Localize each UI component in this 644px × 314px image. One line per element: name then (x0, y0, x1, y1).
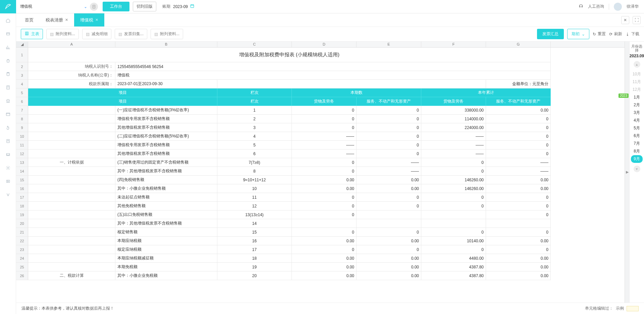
cell-current-goods[interactable]: 0 (292, 123, 357, 132)
tab-vat[interactable]: 增值税✕ (74, 13, 104, 26)
cell-current-services[interactable]: 0.00 (357, 237, 421, 245)
invoice-summary-button[interactable]: 发票汇总 (537, 29, 564, 39)
cell-year-services[interactable]: 0 (486, 202, 551, 210)
row-header[interactable]: 6 (16, 97, 28, 106)
row-header[interactable]: 19 (16, 210, 28, 219)
cell-current-services[interactable]: 0 (357, 132, 421, 141)
subtab-appendix2[interactable]: ▤附列资料... (151, 29, 183, 39)
download-button[interactable]: ⭳下载 (626, 31, 639, 37)
month-option[interactable]: 6月 (630, 132, 644, 140)
cell-year-goods[interactable]: 0 (421, 193, 486, 202)
month-option[interactable]: 4月 (630, 117, 644, 124)
row-header[interactable]: 1 (16, 48, 28, 62)
cell-year-services[interactable]: 0.00 (486, 237, 551, 245)
month-option[interactable]: 7月 (630, 140, 644, 147)
close-icon[interactable]: ✕ (95, 18, 98, 22)
select-all-corner[interactable]: ◢ (16, 42, 28, 47)
period-value[interactable]: 2023-09 (173, 4, 188, 9)
row-header[interactable]: 9 (16, 123, 28, 132)
row-header[interactable]: 10 (16, 132, 28, 141)
close-all-icon[interactable]: ✕ (621, 16, 629, 24)
cell-year-goods[interactable]: 146260.00 (421, 176, 486, 184)
cell-current-goods[interactable]: 0.00 (292, 263, 357, 271)
cell-year-goods[interactable]: —— (421, 132, 486, 141)
home-icon[interactable] (4, 17, 12, 24)
bag-icon[interactable] (4, 57, 12, 64)
username[interactable]: 徐泽华 (627, 4, 639, 9)
cell-current-goods[interactable]: 0 (292, 193, 357, 202)
row-header[interactable]: 20 (16, 219, 28, 228)
cell-current-goods[interactable]: 0 (292, 167, 357, 176)
scroll-right-hint[interactable]: ▶ (625, 42, 629, 303)
cell-current-services[interactable]: 0 (357, 106, 421, 115)
tab-tax-list[interactable]: 税表清册✕ (40, 13, 74, 26)
cell-year-goods[interactable]: 4387.80 (421, 263, 486, 271)
calculator-icon[interactable] (4, 84, 12, 91)
cell-year-goods[interactable]: 0 (421, 158, 486, 167)
cell-year-services[interactable]: —— (486, 158, 551, 167)
cell-current-services[interactable]: 0 (357, 141, 421, 149)
reset-button[interactable]: ↻重置 (593, 31, 606, 37)
cell-current-goods[interactable]: —— (292, 149, 357, 158)
col-G[interactable]: G (486, 42, 551, 47)
row-header[interactable]: 25 (16, 263, 28, 271)
cell-current-services[interactable]: —— (357, 158, 421, 167)
cell-year-goods[interactable]: 0 (421, 167, 486, 176)
row-header[interactable]: 8 (16, 115, 28, 123)
row-header[interactable]: 4 (16, 80, 28, 88)
cell-year-services[interactable]: 0.00 (486, 184, 551, 193)
cell-current-goods[interactable]: —— (292, 132, 357, 141)
cell-year-services[interactable]: 0.00 (486, 106, 551, 115)
cell-current-goods[interactable]: 0 (292, 115, 357, 123)
cell-year-services[interactable]: 0 (486, 149, 551, 158)
cell-year-goods[interactable]: 114000.00 (421, 115, 486, 123)
cell-current-goods[interactable]: 0.00 (292, 184, 357, 193)
cell-year-goods[interactable] (421, 219, 486, 228)
month-option[interactable]: 5月 (630, 124, 644, 132)
row-header[interactable]: 18 (16, 202, 28, 210)
col-D[interactable]: D (292, 42, 357, 47)
row-header[interactable]: 23 (16, 245, 28, 254)
cell-year-goods[interactable]: —— (421, 141, 486, 149)
cell-year-goods[interactable] (421, 210, 486, 219)
cell-year-services[interactable]: 0.00 (486, 271, 551, 280)
cell-current-goods[interactable]: 0 (292, 202, 357, 210)
cell-current-goods[interactable]: 0 (292, 228, 357, 237)
cell-current-services[interactable]: 0 (357, 245, 421, 254)
cell-current-services[interactable]: 0 (357, 123, 421, 132)
period-begin-button[interactable]: 期初⌄ (567, 29, 589, 39)
gear-icon[interactable] (4, 164, 12, 172)
app-logo[interactable] (0, 0, 16, 13)
row-header[interactable]: 12 (16, 149, 28, 158)
sheet-body[interactable]: 1增值税及附加税费申报表 (小规模纳税人适用)2纳税人识别号：125545855… (16, 48, 625, 303)
cell-current-services[interactable] (357, 219, 421, 228)
cell-current-services[interactable]: 0 (357, 202, 421, 210)
export-icon[interactable] (4, 137, 12, 145)
cell-year-goods[interactable]: 4480.00 (421, 254, 486, 263)
row-header[interactable]: 14 (16, 167, 28, 176)
cell-current-goods[interactable]: 0.00 (292, 254, 357, 263)
refresh-button[interactable]: ⟳刷新 (609, 31, 622, 37)
col-F[interactable]: F (421, 42, 486, 47)
clipboard-icon[interactable] (4, 70, 12, 78)
cell-current-services[interactable]: 0.00 (357, 254, 421, 263)
cell-current-goods[interactable]: —— (292, 141, 357, 149)
row-header[interactable]: 13 (16, 158, 28, 167)
col-B[interactable]: B (115, 42, 217, 47)
video-icon[interactable] (4, 178, 12, 185)
old-version-button[interactable]: 切到旧版 (133, 2, 156, 11)
cell-current-goods[interactable]: 0.00 (292, 176, 357, 184)
cell-current-services[interactable]: 0 (357, 149, 421, 158)
row-header[interactable]: 11 (16, 141, 28, 149)
cell-current-services[interactable]: 0.00 (357, 184, 421, 193)
month-option[interactable]: 8月 (630, 147, 644, 155)
consult-link[interactable]: 人工咨询 (588, 4, 604, 9)
row-header[interactable]: 2 (16, 62, 28, 71)
month-option[interactable]: 2月 (630, 101, 644, 109)
cell-year-services[interactable]: 0 (486, 123, 551, 132)
workspace-button[interactable]: 工作台 (103, 2, 129, 11)
cell-current-services[interactable] (357, 210, 421, 219)
cell-current-services[interactable]: 0.00 (357, 176, 421, 184)
next-year-icon[interactable]: ▼ (634, 166, 640, 172)
cell-year-goods[interactable]: 0 (421, 245, 486, 254)
